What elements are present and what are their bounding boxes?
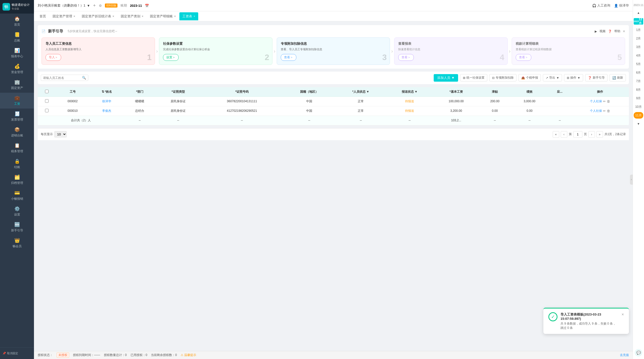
sidebar-item-member[interactable]: 👑 畅会员 bbox=[0, 235, 34, 251]
export-btn[interactable]: ↗ 导出 ▼ bbox=[543, 74, 562, 81]
search-icon[interactable]: 🔍 bbox=[82, 76, 86, 80]
refresh-btn[interactable]: 🔄 刷新 bbox=[610, 74, 626, 81]
ai-consult-btn[interactable]: 🎧 人工咨询 bbox=[592, 3, 610, 8]
tab-close-icon[interactable]: × bbox=[174, 15, 176, 18]
sidebar-item-reports[interactable]: 📊 报表中心 bbox=[0, 45, 34, 61]
sidebar-item-tax[interactable]: 📋 税务管理 bbox=[0, 140, 34, 156]
tab-close-icon[interactable]: × bbox=[142, 15, 143, 18]
row-checkbox[interactable] bbox=[45, 99, 49, 103]
month-item-3[interactable]: 3月 bbox=[634, 44, 643, 50]
edit-icon[interactable]: ✏ bbox=[603, 99, 606, 103]
cancel-fixed-btn[interactable]: 📌 取消固定 bbox=[1, 350, 33, 356]
tab-label: 固定资产折旧统计表 bbox=[82, 14, 111, 19]
sidebar-item-fixed[interactable]: 🏢 固定资产 bbox=[0, 77, 34, 93]
tab-depreciation[interactable]: 固定资产折旧统计表 × bbox=[79, 12, 117, 20]
sidebar-item-expense[interactable]: 💳 小畅报销 bbox=[0, 188, 34, 203]
step-4-btn[interactable]: 查看＞ bbox=[398, 54, 414, 61]
calendar-icon[interactable]: 📅 bbox=[145, 4, 149, 8]
tax-report-btn[interactable]: 📤 个税申报 bbox=[518, 74, 541, 81]
user-profile[interactable]: 👤 徐泽华 bbox=[614, 3, 629, 8]
add-employee-btn[interactable]: 添加人员 ▼ bbox=[434, 74, 458, 82]
panel-down-btn[interactable]: ▼ bbox=[634, 121, 643, 127]
search-box[interactable]: 🔍 bbox=[41, 75, 88, 81]
first-page-btn[interactable]: « bbox=[553, 131, 559, 138]
tab-detail[interactable]: 固定资产明细账 × bbox=[147, 12, 179, 20]
social-insurance-btn[interactable]: ⊞ 统一社保设置 bbox=[460, 74, 487, 81]
month-item-1[interactable]: 1月 bbox=[634, 27, 643, 33]
per-page-select[interactable]: 10 20 50 bbox=[54, 131, 67, 137]
settings-gear-icon[interactable]: ⚙ bbox=[99, 4, 102, 8]
sidebar-item-guide[interactable]: 🆕 新手引导 bbox=[0, 219, 34, 235]
account-selector[interactable]: 刘小艳演示账套（勿删勿动！）1 ▼ bbox=[38, 3, 90, 8]
month-item-8[interactable]: 8月 bbox=[634, 86, 643, 93]
wizard-header: 📄 新手引导 5步快速完成设置，快去完善信息吧～ ▶ 视频 ❓ 帮助 × bbox=[42, 29, 625, 34]
invoice-icon: 🧾 bbox=[14, 111, 20, 117]
tab-close-icon[interactable]: × bbox=[73, 15, 75, 18]
month-item-10[interactable]: 10月 bbox=[634, 104, 643, 110]
filter-icon[interactable]: ▼ bbox=[366, 90, 369, 93]
toolbar-right: 添加人员 ▼ ⊞ 统一社保设置 ⊟ 专项附加扣除 📤 个税申报 ↗ 导出 bbox=[434, 74, 626, 82]
month-item-5[interactable]: 5月 bbox=[634, 61, 643, 67]
sidebar-item-close[interactable]: 🔒 结账 bbox=[0, 156, 34, 172]
wizard-help-label[interactable]: 帮助 bbox=[614, 29, 620, 33]
tab-fixed-assets[interactable]: 固定资产管理 × bbox=[50, 12, 78, 20]
page-number-input[interactable] bbox=[573, 131, 582, 138]
month-item-9[interactable]: 9月 bbox=[634, 95, 643, 101]
month-item-11[interactable]: 11月 bbox=[634, 112, 643, 119]
sidebar-logo: 畅 畅捷通好会计 专业版 bbox=[0, 0, 34, 14]
wizard-btn[interactable]: ❓ 新手引导 bbox=[585, 74, 608, 81]
panel-toggle-btn[interactable]: ‹ bbox=[630, 175, 633, 185]
sort-icon[interactable]: ⇅ bbox=[102, 90, 104, 93]
step-1-title: 导入员工工资信息 bbox=[46, 41, 151, 46]
employee-name-link[interactable]: 李俊杰 bbox=[102, 109, 111, 113]
step-1-btn[interactable]: 导入＞ bbox=[46, 54, 61, 61]
switch-version-btn[interactable]: 切到旧版 bbox=[105, 4, 117, 8]
sidebar-item-home[interactable]: 🏠 首页 bbox=[0, 14, 34, 29]
charge-link[interactable]: 去充值 bbox=[620, 353, 629, 357]
sidebar-item-ledger[interactable]: 📒 总账 bbox=[0, 29, 34, 45]
wizard-close-btn[interactable]: × bbox=[623, 29, 625, 34]
edit-icon[interactable]: ✏ bbox=[603, 109, 606, 113]
headset-icon: 🎧 bbox=[592, 4, 596, 8]
row-checkbox[interactable] bbox=[45, 109, 49, 112]
month-item-2[interactable]: 2月 bbox=[634, 35, 643, 42]
tab-category[interactable]: 固定资产类别 × bbox=[118, 12, 146, 20]
panel-up-btn[interactable]: ▲ bbox=[634, 10, 643, 16]
sidebar-item-invoice[interactable]: 🧾 发票管理 bbox=[0, 109, 34, 124]
month-item-7[interactable]: 7月 bbox=[634, 78, 643, 84]
special-deduction-btn[interactable]: ⊟ 专项附加扣除 bbox=[489, 74, 516, 81]
month-item-dec[interactable]: 2023 12月 bbox=[634, 18, 643, 25]
delete-icon[interactable]: 🗑 bbox=[607, 99, 610, 103]
last-page-btn[interactable]: » bbox=[596, 131, 603, 138]
sidebar-item-inventory[interactable]: 📦 进销台账 bbox=[0, 124, 34, 140]
feedback-icon[interactable]: 💬 bbox=[635, 349, 642, 356]
prev-page-btn[interactable]: ‹ bbox=[561, 131, 567, 138]
toast-close-btn[interactable]: × bbox=[622, 312, 624, 317]
step-5-btn[interactable]: 查看＞ bbox=[516, 54, 531, 61]
employee-name-link[interactable]: 徐泽华 bbox=[102, 99, 111, 103]
tab-salary[interactable]: 工资表 × bbox=[179, 12, 198, 20]
search-input[interactable] bbox=[43, 76, 81, 80]
next-page-btn[interactable]: › bbox=[588, 131, 595, 138]
delete-icon[interactable]: 🗑 bbox=[607, 109, 610, 113]
sidebar-item-archive[interactable]: 🗂️ 归档管理 bbox=[0, 172, 34, 188]
step-2-btn[interactable]: 设置＞ bbox=[163, 54, 179, 61]
month-item-4[interactable]: 4月 bbox=[634, 52, 643, 59]
wizard-steps: 导入员工工资信息 人员信息及工资数据新增导入 导入＞ 1 › 社保参数设置 完成… bbox=[42, 37, 625, 65]
wizard-video-label[interactable]: 视频 bbox=[599, 29, 606, 33]
tab-home[interactable]: 首页 bbox=[36, 12, 49, 20]
op-social-link[interactable]: 个人社保 bbox=[590, 109, 602, 113]
sidebar-item-funds[interactable]: 💰 资金管理 bbox=[0, 61, 34, 77]
step-3-btn[interactable]: 查看＞ bbox=[281, 54, 296, 61]
sidebar-item-salary[interactable]: 💼 工资 bbox=[0, 93, 34, 109]
toast-desc: 共 9 条数据，成功导入 9 条，失败 0 条，跳过 0 条 bbox=[560, 322, 619, 330]
select-all-checkbox[interactable] bbox=[45, 90, 49, 93]
tab-close-icon[interactable]: × bbox=[193, 15, 195, 18]
add-account-btn[interactable]: + bbox=[93, 3, 96, 8]
operation-btn[interactable]: ⊞ 操作 ▼ bbox=[564, 74, 583, 81]
report-filter-icon[interactable]: ▼ bbox=[415, 90, 418, 93]
tab-close-icon[interactable]: × bbox=[112, 15, 114, 18]
month-item-6[interactable]: 6月 bbox=[634, 69, 643, 76]
op-social-link[interactable]: 个人社保 bbox=[590, 99, 602, 104]
sidebar-item-settings[interactable]: ⚙️ 设置 bbox=[0, 203, 34, 219]
